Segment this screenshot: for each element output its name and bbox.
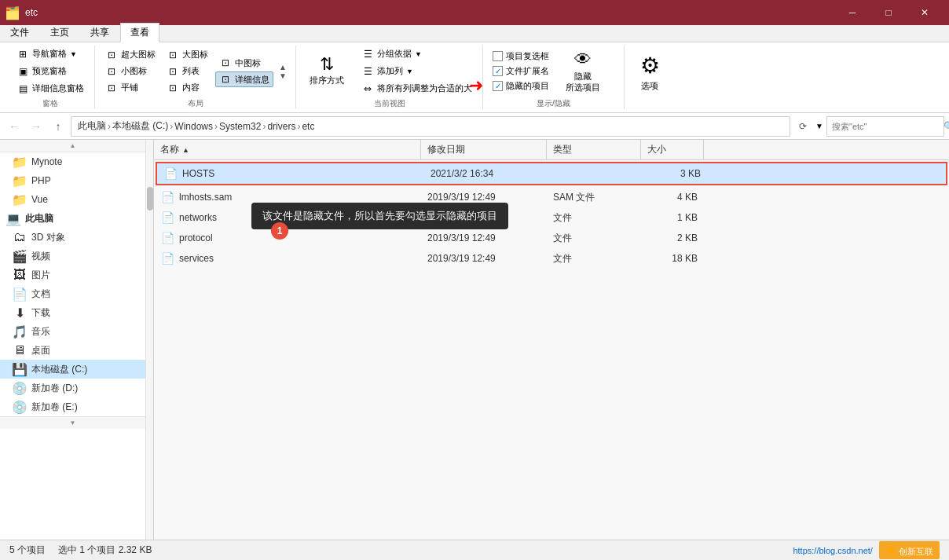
navigation-pane-button[interactable]: ⊞ 导航窗格 ▼ bbox=[13, 46, 88, 62]
sidebar-label-drive-e: 新加卷 (E:) bbox=[31, 401, 78, 414]
options-icon: ⚙ bbox=[640, 53, 660, 79]
sidebar-label-downloads: 下载 bbox=[31, 306, 50, 320]
address-path[interactable]: 此电脑 › 本地磁盘 (C:) › Windows › System32 › d… bbox=[71, 116, 790, 137]
annotation-bubble: 1 bbox=[271, 222, 288, 240]
group-by-button[interactable]: ☰ 分组依据 ▼ bbox=[357, 46, 476, 62]
dropdown-button[interactable]: ▼ bbox=[815, 122, 823, 130]
nav-pane-icon: ⊞ bbox=[16, 48, 29, 60]
checkbox-item-hidden[interactable]: 隐藏的项目 bbox=[489, 79, 552, 93]
medium-icon-btn[interactable]: ⊡ 中图标 bbox=[215, 55, 273, 71]
minimize-button[interactable]: ─ bbox=[834, 0, 870, 25]
hide-icon: 👁 bbox=[574, 49, 592, 70]
tab-home[interactable]: 主页 bbox=[40, 23, 79, 42]
hidden-checkbox[interactable] bbox=[493, 81, 503, 91]
sidebar-label-video: 视频 bbox=[31, 250, 50, 263]
sidebar-label-3d: 3D 对象 bbox=[31, 231, 65, 244]
sidebar-item-drive-d[interactable]: 💿 新加卷 (D:) bbox=[0, 379, 145, 397]
video-icon: 🎬 bbox=[13, 249, 27, 263]
show-hide-label: 显示/隐藏 bbox=[489, 97, 617, 109]
sidebar-item-3d[interactable]: 🗂 3D 对象 bbox=[0, 228, 145, 247]
hosts-name-cell: 📄 HOSTS bbox=[157, 165, 424, 182]
desktop-icon: 🖥 bbox=[13, 343, 27, 357]
checkbox-item-markers[interactable]: 项目复选框 bbox=[489, 49, 552, 63]
hosts-file-row[interactable]: 📄 HOSTS 2021/3/2 16:34 3 KB bbox=[156, 162, 947, 185]
refresh-button[interactable]: ⟳ bbox=[793, 117, 812, 136]
checkbox-item-ext[interactable]: 文件扩展名 bbox=[489, 64, 552, 78]
content-btn[interactable]: ⊡ 内容 bbox=[163, 80, 212, 96]
details-btn[interactable]: ⊡ 详细信息 bbox=[215, 71, 273, 87]
maximize-button[interactable]: □ bbox=[870, 0, 907, 25]
services-size-cell: 18 KB bbox=[641, 251, 704, 265]
tab-file[interactable]: 文件 bbox=[0, 23, 39, 42]
tile-btn[interactable]: ⊡ 平铺 bbox=[101, 80, 159, 96]
path-computer: 此电脑 bbox=[78, 119, 106, 133]
status-selected: 选中 1 个项目 2.32 KB bbox=[58, 544, 152, 557]
small-icon-btn[interactable]: ⊡ 小图标 bbox=[101, 64, 159, 79]
sidebar-label-php: PHP bbox=[31, 175, 51, 186]
hosts-date-cell: 2021/3/2 16:34 bbox=[424, 167, 550, 181]
col-header-date[interactable]: 修改日期 bbox=[421, 140, 547, 159]
3d-icon: 🗂 bbox=[13, 230, 27, 244]
sidebar-item-pictures[interactable]: 🖼 图片 bbox=[0, 265, 145, 284]
downloads-icon: ⬇ bbox=[13, 306, 27, 320]
services-type-cell: 文件 bbox=[547, 251, 641, 267]
scroll-down-area[interactable]: ▼ bbox=[0, 416, 145, 429]
sidebar-item-vue[interactable]: 📁 Vue bbox=[0, 190, 145, 209]
drive-d-icon: 💿 bbox=[13, 381, 27, 395]
forward-button[interactable]: → bbox=[27, 117, 46, 136]
add-column-button[interactable]: ☰ 添加列 ▼ bbox=[357, 64, 476, 79]
docs-icon: 📄 bbox=[13, 287, 27, 301]
sidebar-item-drive-e[interactable]: 💿 新加卷 (E:) bbox=[0, 397, 145, 416]
protocol-type-cell: 文件 bbox=[547, 230, 641, 247]
path-system32: System32 bbox=[219, 121, 261, 132]
sidebar: ▲ 📁 Mynote 📁 PHP 📁 Vue bbox=[0, 140, 145, 540]
sidebar-scrollbar-thumb[interactable] bbox=[147, 187, 153, 210]
services-filename: services bbox=[179, 253, 214, 264]
markers-checkbox[interactable] bbox=[493, 51, 503, 61]
music-icon: 🎵 bbox=[13, 324, 27, 339]
path-drivers: drivers bbox=[267, 121, 295, 132]
sort-by-button[interactable]: ⇅ 排序方式 bbox=[302, 52, 351, 90]
back-button[interactable]: ← bbox=[5, 117, 24, 136]
tab-share[interactable]: 共享 bbox=[80, 23, 119, 42]
services-date-cell: 2019/3/19 12:49 bbox=[421, 251, 547, 265]
sidebar-item-music[interactable]: 🎵 音乐 bbox=[0, 322, 145, 341]
services-name-cell: 📄 services bbox=[154, 250, 421, 267]
list-btn[interactable]: ⊡ 列表 bbox=[163, 64, 212, 79]
services-file-row[interactable]: 📄 services 2019/3/19 12:49 文件 18 KB bbox=[154, 248, 949, 269]
col-header-size[interactable]: 大小 bbox=[641, 140, 704, 159]
search-box[interactable]: 🔍 bbox=[826, 116, 944, 137]
hide-selected-button[interactable]: 👁 隐藏所选项目 bbox=[559, 46, 607, 96]
sidebar-item-thispc[interactable]: 💻 此电脑 bbox=[0, 209, 145, 228]
sidebar-item-docs[interactable]: 📄 文档 bbox=[0, 284, 145, 303]
sidebar-item-desktop[interactable]: 🖥 桌面 bbox=[0, 341, 145, 360]
search-input[interactable] bbox=[832, 122, 940, 131]
drive-e-icon: 💿 bbox=[13, 400, 27, 414]
layout-scroll-down[interactable]: ▼ bbox=[279, 71, 287, 80]
sidebar-item-mynote[interactable]: 📁 Mynote bbox=[0, 152, 145, 171]
options-button[interactable]: ⚙ 选项 bbox=[631, 46, 669, 99]
sidebar-item-video[interactable]: 🎬 视频 bbox=[0, 247, 145, 265]
tab-view[interactable]: 查看 bbox=[120, 23, 159, 42]
close-button[interactable]: ✕ bbox=[907, 0, 943, 25]
fit-columns-button[interactable]: ⇔ 将所有列调整为合适的大 ➜ bbox=[357, 81, 476, 97]
up-button[interactable]: ↑ bbox=[49, 117, 68, 136]
options-label bbox=[649, 99, 651, 109]
col-header-name[interactable]: 名称 ▲ bbox=[154, 140, 421, 159]
hosts-type-cell bbox=[550, 172, 644, 175]
protocol-filename: protocol bbox=[179, 232, 213, 243]
ext-checkbox[interactable] bbox=[493, 66, 503, 76]
col-header-type[interactable]: 类型 bbox=[547, 140, 641, 159]
scroll-up-area[interactable]: ▲ bbox=[0, 140, 145, 152]
sidebar-item-php[interactable]: 📁 PHP bbox=[0, 171, 145, 190]
details-pane-button[interactable]: ▤ 详细信息窗格 bbox=[13, 81, 88, 97]
layout-scroll-up[interactable]: ▲ bbox=[279, 63, 287, 71]
sidebar-item-drive-c[interactable]: 💾 本地磁盘 (C:) bbox=[0, 360, 145, 379]
lmhosts-type-cell: SAM 文件 bbox=[547, 189, 641, 206]
extra-large-icon-btn[interactable]: ⊡ 超大图标 bbox=[101, 47, 159, 63]
preview-pane-button[interactable]: ▣ 预览窗格 bbox=[13, 64, 88, 79]
large-icon-btn[interactable]: ⊡ 大图标 bbox=[163, 47, 212, 63]
sidebar-scrollbar[interactable] bbox=[145, 140, 153, 540]
protocol-size-cell: 2 KB bbox=[641, 231, 704, 245]
sidebar-item-downloads[interactable]: ⬇ 下载 bbox=[0, 303, 145, 322]
